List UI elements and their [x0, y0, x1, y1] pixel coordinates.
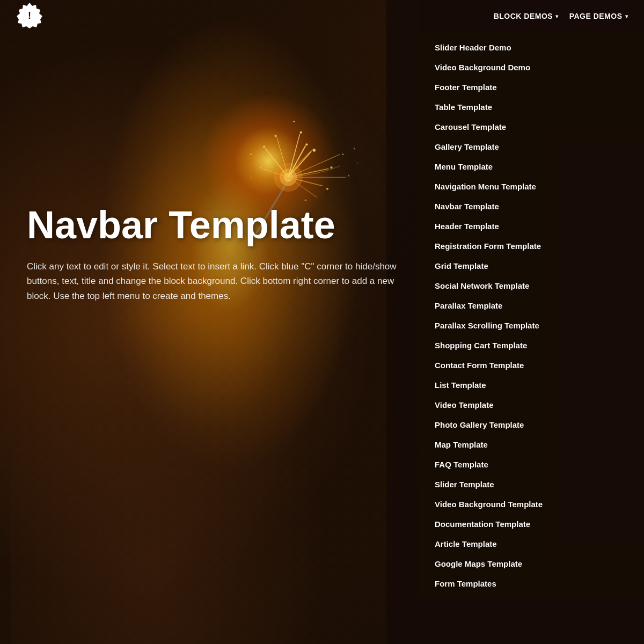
menu-item[interactable]: Parallax Template: [419, 296, 644, 316]
menu-item[interactable]: Footer Template: [419, 77, 644, 97]
menu-item[interactable]: Parallax Scrolling Template: [419, 316, 644, 335]
menu-item[interactable]: Registration Form Template: [419, 236, 644, 256]
hero-description[interactable]: Click any text to edit or style it. Sele…: [27, 259, 402, 303]
svg-point-18: [305, 200, 306, 201]
svg-point-25: [274, 135, 276, 137]
svg-point-21: [260, 167, 261, 169]
menu-item[interactable]: Video Background Template: [419, 494, 644, 514]
block-demos-chevron-icon: ▾: [555, 13, 559, 19]
menu-item[interactable]: List Template: [419, 375, 644, 395]
svg-point-30: [250, 177, 251, 178]
menu-item[interactable]: Documentation Template: [419, 514, 644, 534]
menu-item[interactable]: Photo Gallery Template: [419, 415, 644, 435]
menu-item[interactable]: Map Template: [419, 435, 644, 455]
menu-item[interactable]: Grid Template: [419, 256, 644, 276]
menu-item[interactable]: Social Network Template: [419, 276, 644, 296]
menu-item[interactable]: Form Templates: [419, 574, 644, 594]
menu-item[interactable]: FAQ Template: [419, 455, 644, 474]
menu-item[interactable]: Navigation Menu Template: [419, 177, 644, 196]
menu-item[interactable]: Article Template: [419, 534, 644, 554]
menu-item[interactable]: Shopping Cart Template: [419, 335, 644, 355]
menu-item[interactable]: Header Template: [419, 216, 644, 236]
menu-item[interactable]: Slider Header Demo: [419, 38, 644, 57]
hero-content: Navbar Template Click any text to edit o…: [27, 204, 413, 303]
menu-item[interactable]: Google Maps Template: [419, 554, 644, 574]
hero-title[interactable]: Navbar Template: [27, 204, 413, 246]
menu-item[interactable]: Table Template: [419, 97, 644, 117]
svg-point-29: [250, 153, 252, 155]
navbar: ! BLOCK DEMOS ▾ PAGE DEMOS ▾: [0, 0, 644, 32]
block-demos-link[interactable]: BLOCK DEMOS ▾: [494, 12, 559, 20]
svg-point-28: [293, 121, 295, 122]
svg-point-24: [300, 131, 302, 134]
svg-point-23: [348, 175, 349, 177]
menu-item[interactable]: Contact Form Template: [419, 355, 644, 375]
menu-item[interactable]: Gallery Template: [419, 137, 644, 157]
svg-point-27: [357, 163, 358, 164]
menu-item[interactable]: Menu Template: [419, 157, 644, 177]
svg-point-20: [263, 145, 265, 148]
menu-item[interactable]: Video Background Demo: [419, 57, 644, 77]
page-demos-chevron-icon: ▾: [625, 13, 628, 19]
svg-point-16: [330, 166, 332, 169]
dropdown-panel: Slider Header DemoVideo Background DemoF…: [419, 32, 644, 599]
svg-point-19: [305, 143, 308, 145]
nav-right: BLOCK DEMOS ▾ PAGE DEMOS ▾: [494, 12, 628, 20]
logo[interactable]: !: [16, 2, 43, 31]
svg-point-22: [342, 153, 343, 155]
svg-point-17: [326, 188, 328, 190]
menu-item[interactable]: Slider Template: [419, 474, 644, 494]
menu-item[interactable]: Video Template: [419, 395, 644, 415]
menu-item[interactable]: Navbar Template: [419, 196, 644, 216]
svg-point-26: [354, 148, 355, 149]
svg-text:!: !: [28, 10, 31, 21]
menu-item[interactable]: Carousel Template: [419, 117, 644, 137]
page-demos-link[interactable]: PAGE DEMOS ▾: [569, 12, 628, 20]
